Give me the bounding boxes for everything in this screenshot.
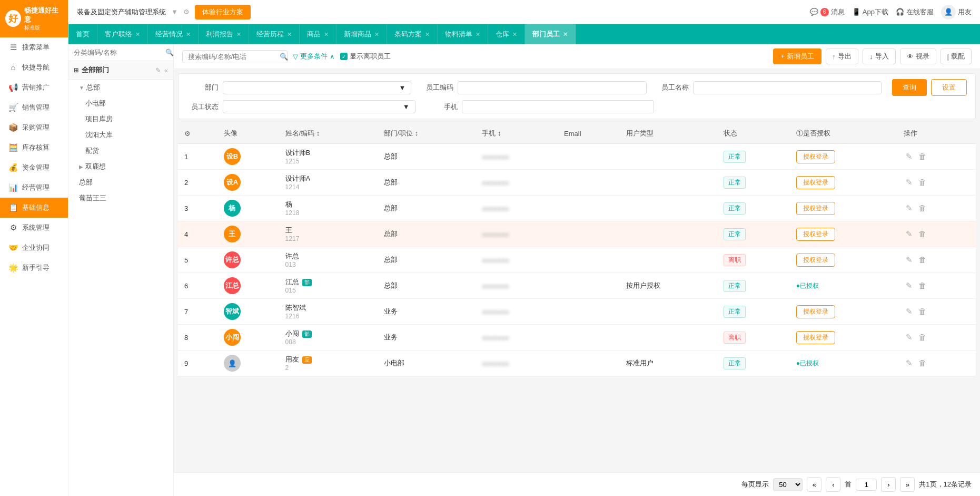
tab-goods-close[interactable]: ✕ <box>324 31 329 38</box>
next-page-button[interactable]: › <box>881 477 896 492</box>
sidebar-item-purchase[interactable]: 📦 采购管理 <box>0 118 68 138</box>
edit-button[interactable]: ✎ <box>904 306 915 317</box>
sidebar-item-shortcut[interactable]: ⌂ 快捷导航 <box>0 57 68 77</box>
tree-node-xiaodian[interactable]: 小电部 <box>68 95 173 111</box>
tab-bom[interactable]: 物料清单 ✕ <box>438 24 488 44</box>
tree-search-input[interactable] <box>74 48 162 56</box>
tab-process[interactable]: 经营历程 ✕ <box>249 24 300 44</box>
settings-icon[interactable]: ⚙ <box>183 8 190 16</box>
edit-button[interactable]: ✎ <box>904 280 915 291</box>
delete-button[interactable]: 🗑 <box>916 202 928 213</box>
tab-profit-close[interactable]: ✕ <box>236 31 241 38</box>
tab-operation-status[interactable]: 经营情况 ✕ <box>148 24 199 44</box>
auth-button[interactable]: 授权登录 <box>796 176 835 189</box>
tab-operation-status-close[interactable]: ✕ <box>186 31 191 38</box>
all-dept-label[interactable]: 全部部门 <box>82 65 109 75</box>
sidebar-item-operation[interactable]: 📊 经营管理 <box>0 178 68 198</box>
edit-button[interactable]: ✎ <box>904 254 915 266</box>
tab-profit[interactable]: 利润报告 ✕ <box>199 24 249 44</box>
tree-node-pumiaoer[interactable]: 葡苗王三 <box>68 190 173 206</box>
edit-button[interactable]: ✎ <box>904 332 915 343</box>
current-page-input[interactable] <box>856 479 877 491</box>
service-button[interactable]: 🎧 在线客服 <box>896 7 934 17</box>
sidebar-item-marketing[interactable]: 📢 营销推广 <box>0 77 68 98</box>
col-name[interactable]: 姓名/编码 ↕ <box>279 123 378 144</box>
app-download-button[interactable]: 📱 App下载 <box>852 7 888 17</box>
delete-button[interactable]: 🗑 <box>916 280 928 291</box>
search-btn-icon[interactable]: 🔍 <box>280 53 288 61</box>
show-resigned-checkbox[interactable]: ✓ 显示离职员工 <box>340 52 391 61</box>
tree-node-general[interactable]: ▼总部 <box>68 80 173 95</box>
edit-button[interactable]: ✎ <box>904 202 915 214</box>
delete-button[interactable]: 🗑 <box>916 151 928 162</box>
tab-warehouse[interactable]: 仓库 ✕ <box>488 24 525 44</box>
tree-node-peihuo[interactable]: 配货 <box>68 143 173 159</box>
tree-collapse-icon[interactable]: « <box>164 66 168 74</box>
reset-button[interactable]: 设置 <box>931 79 967 96</box>
delete-button[interactable]: 🗑 <box>916 228 928 239</box>
import-button[interactable]: ↓ 导入 <box>863 48 896 64</box>
more-conditions-button[interactable]: ▽ 更多条件 ∧ <box>293 52 335 61</box>
tab-barcode-close[interactable]: ✕ <box>425 31 430 38</box>
edit-button[interactable]: ✎ <box>904 177 915 188</box>
auth-button[interactable]: 授权登录 <box>796 254 835 267</box>
message-button[interactable]: 💬 6 消息 <box>810 7 845 17</box>
tab-customer-close[interactable]: ✕ <box>135 31 140 38</box>
edit-button[interactable]: ✎ <box>904 151 915 162</box>
phone-input[interactable] <box>462 100 655 113</box>
tree-node-shuangluo[interactable]: ▶双鹿想 <box>68 159 173 174</box>
col-phone[interactable]: 手机 ↕ <box>476 123 558 144</box>
delete-button[interactable]: 🗑 <box>916 177 928 188</box>
delete-button[interactable]: 🗑 <box>916 357 928 368</box>
sidebar-item-system[interactable]: ⚙ 系统管理 <box>0 218 68 238</box>
emp-code-input[interactable] <box>458 81 646 94</box>
auth-button[interactable]: 授权登录 <box>796 202 835 215</box>
tab-home[interactable]: 首页 <box>68 24 97 44</box>
auth-button[interactable]: 授权登录 <box>796 150 835 163</box>
tab-goods[interactable]: 商品 ✕ <box>300 24 336 44</box>
dept-select[interactable]: ▼ <box>223 81 411 94</box>
tab-add-goods[interactable]: 新增商品 ✕ <box>336 24 387 44</box>
search-input[interactable] <box>188 53 276 61</box>
user-avatar[interactable]: 👤 用友 <box>941 5 972 20</box>
sidebar-item-inventory[interactable]: 🧮 库存核算 <box>0 138 68 158</box>
tab-barcode[interactable]: 条码方案 ✕ <box>387 24 438 44</box>
auth-button[interactable]: 授权登录 <box>796 305 835 318</box>
tree-node-zongbu[interactable]: 总部 <box>68 174 173 190</box>
delete-button[interactable]: 🗑 <box>916 306 928 317</box>
col-dept[interactable]: 部门/职位 ↕ <box>378 123 476 144</box>
sidebar-item-corp[interactable]: 🤝 企业协同 <box>0 238 68 258</box>
tab-dept-staff-close[interactable]: ✕ <box>563 31 568 38</box>
tree-node-shenyang[interactable]: 沈阳大库 <box>68 127 173 143</box>
tree-node-proj[interactable]: 项目库房 <box>68 111 173 127</box>
prev-page-button[interactable]: ‹ <box>826 477 840 492</box>
sidebar-item-search[interactable]: ☰ 搜索菜单 <box>0 37 68 57</box>
delete-button[interactable]: 🗑 <box>916 254 928 265</box>
sidebar-item-basic[interactable]: 📋 基础信息 <box>0 198 68 218</box>
tab-bom-close[interactable]: ✕ <box>476 31 480 38</box>
sidebar-item-finance[interactable]: 💰 资金管理 <box>0 158 68 178</box>
emp-status-select[interactable]: ▼ <box>223 100 415 113</box>
tab-customer[interactable]: 客户联络 ✕ <box>97 24 148 44</box>
tab-process-close[interactable]: ✕ <box>287 31 292 38</box>
tab-warehouse-close[interactable]: ✕ <box>512 31 517 38</box>
per-page-select[interactable]: 50 100 <box>773 478 803 491</box>
emp-name-input[interactable] <box>693 81 882 94</box>
more-button[interactable]: | 载配 <box>941 48 972 64</box>
edit-button[interactable]: ✎ <box>904 228 915 240</box>
edit-button[interactable]: ✎ <box>904 357 915 369</box>
tab-add-goods-close[interactable]: ✕ <box>374 31 379 38</box>
tree-edit-icon[interactable]: ✎ <box>155 66 161 74</box>
view-button[interactable]: 👁 视录 <box>900 48 936 64</box>
sidebar-item-guide[interactable]: 🌟 新手引导 <box>0 258 68 278</box>
first-page-button[interactable]: « <box>807 477 821 492</box>
try-button[interactable]: 体验行业方案 <box>195 5 251 20</box>
col-settings[interactable]: ⚙ <box>178 123 217 144</box>
export-button[interactable]: ↑ 导出 <box>826 48 859 64</box>
auth-button[interactable]: 授权登录 <box>796 228 835 241</box>
last-page-button[interactable]: » <box>900 477 915 492</box>
search-button[interactable]: 查询 <box>892 79 927 96</box>
add-employee-button[interactable]: + 新增员工 <box>773 48 821 64</box>
auth-button[interactable]: 授权登录 <box>796 331 835 344</box>
sidebar-item-sales[interactable]: 🛒 销售管理 <box>0 98 68 118</box>
